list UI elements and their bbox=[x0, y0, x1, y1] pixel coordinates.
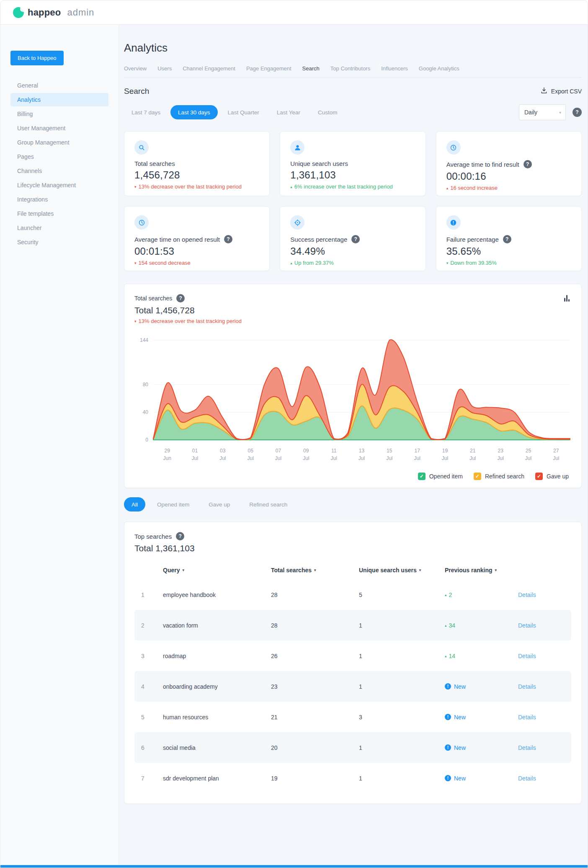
series-pill-gave-up[interactable]: Gave up bbox=[201, 497, 237, 512]
series-pill-refined-search[interactable]: Refined search bbox=[242, 497, 295, 512]
target-icon bbox=[290, 215, 304, 230]
help-icon[interactable]: ? bbox=[524, 160, 532, 168]
details-link[interactable]: Details bbox=[518, 775, 565, 782]
triangle-up-icon: ▴ bbox=[445, 593, 447, 597]
svg-text:Jul: Jul bbox=[192, 455, 198, 461]
tab-users[interactable]: Users bbox=[157, 65, 172, 72]
details-link[interactable]: Details bbox=[518, 744, 565, 751]
sidebar-item-file-templates[interactable]: File templates bbox=[10, 207, 108, 220]
tab-top-contributors[interactable]: Top Contributors bbox=[330, 65, 370, 72]
help-icon[interactable]: ? bbox=[503, 235, 511, 243]
tab-page-engagement[interactable]: Page Engagement bbox=[246, 65, 291, 72]
svg-text:Jul: Jul bbox=[442, 455, 448, 461]
previous-ranking-new: !New bbox=[445, 775, 518, 782]
tab-search[interactable]: Search bbox=[302, 65, 320, 72]
stat-delta: ▴6% increase over the last tracking peri… bbox=[290, 183, 415, 190]
table-row: 2vacation form281▴34Details bbox=[134, 610, 571, 641]
details-link[interactable]: Details bbox=[518, 683, 565, 690]
sidebar-item-lifecycle-management[interactable]: Lifecycle Management bbox=[10, 178, 108, 192]
tab-google-analytics[interactable]: Google Analytics bbox=[419, 65, 459, 72]
sidebar-item-analytics[interactable]: Analytics bbox=[10, 93, 108, 106]
sidebar-item-general[interactable]: General bbox=[10, 79, 108, 92]
legend-gave-up[interactable]: ✓Gave up bbox=[535, 473, 569, 480]
legend-opened-item[interactable]: ✓Opened item bbox=[418, 473, 463, 480]
time-range-last-quarter[interactable]: Last Quarter bbox=[220, 105, 267, 119]
column-label: Previous ranking bbox=[445, 567, 493, 574]
sidebar-item-pages[interactable]: Pages bbox=[10, 150, 108, 163]
table-header-row: Query▾Total searches▾Unique search users… bbox=[134, 561, 571, 579]
help-icon[interactable]: ? bbox=[224, 235, 232, 243]
time-range-last-30-days[interactable]: Last 30 days bbox=[170, 105, 218, 119]
svg-text:09: 09 bbox=[303, 448, 309, 454]
previous-ranking-up: ▴34 bbox=[445, 622, 518, 629]
sidebar-item-group-management[interactable]: Group Management bbox=[10, 136, 108, 149]
stat-delta: ▴16 second increase bbox=[446, 185, 571, 191]
row-unique-users: 3 bbox=[359, 714, 445, 721]
sidebar-item-security[interactable]: Security bbox=[10, 235, 108, 249]
help-icon[interactable]: ? bbox=[351, 235, 360, 243]
svg-text:17: 17 bbox=[415, 448, 420, 454]
column-label: Unique search users bbox=[359, 567, 417, 574]
svg-text:Jul: Jul bbox=[414, 455, 420, 461]
details-link[interactable]: Details bbox=[518, 592, 565, 598]
logo-text-light: admin bbox=[67, 7, 94, 18]
tab-overview[interactable]: Overview bbox=[124, 65, 147, 72]
row-query: sdr development plan bbox=[163, 775, 271, 782]
time-range-custom[interactable]: Custom bbox=[310, 105, 345, 119]
series-pill-all[interactable]: All bbox=[124, 497, 145, 512]
previous-ranking-up: ▴14 bbox=[445, 653, 518, 659]
row-rank: 1 bbox=[141, 592, 163, 598]
tab-channel-engagement[interactable]: Channel Engagement bbox=[183, 65, 235, 72]
previous-ranking-value: New bbox=[454, 744, 466, 751]
details-link[interactable]: Details bbox=[518, 714, 565, 721]
stat-card-total-searches: Total searches1,456,728▾13% decrease ove… bbox=[124, 131, 270, 196]
column-label: Query bbox=[163, 567, 180, 574]
back-to-happeo-button[interactable]: Back to Happeo bbox=[10, 51, 64, 65]
app-window: happeo admin Back to Happeo GeneralAnaly… bbox=[0, 0, 588, 868]
stat-delta: ▾154 second decrease bbox=[134, 260, 259, 266]
svg-text:25: 25 bbox=[526, 448, 531, 454]
chart-type-icon[interactable] bbox=[564, 295, 570, 302]
legend-refined-search[interactable]: ✓Refined search bbox=[474, 473, 524, 480]
previous-ranking-value: New bbox=[454, 714, 466, 721]
svg-text:Jul: Jul bbox=[248, 455, 254, 461]
user-icon bbox=[290, 140, 304, 155]
table-help-icon[interactable]: ? bbox=[176, 532, 184, 540]
sidebar-item-launcher[interactable]: Launcher bbox=[10, 221, 108, 235]
tab-influencers[interactable]: Influencers bbox=[381, 65, 408, 72]
time-range-last-year[interactable]: Last Year bbox=[269, 105, 308, 119]
sidebar-item-user-management[interactable]: User Management bbox=[10, 121, 108, 135]
row-unique-users: 1 bbox=[359, 775, 445, 782]
sidebar-item-channels[interactable]: Channels bbox=[10, 164, 108, 178]
row-total-searches: 28 bbox=[271, 592, 359, 598]
svg-text:03: 03 bbox=[220, 448, 226, 454]
column-header-query[interactable]: Query▾ bbox=[163, 567, 271, 574]
stat-delta: ▴Up from 29.37% bbox=[290, 260, 415, 266]
top-header: happeo admin bbox=[0, 0, 588, 25]
stat-label: Average time to find result bbox=[446, 161, 519, 168]
sidebar-item-integrations[interactable]: Integrations bbox=[10, 193, 108, 206]
row-total-searches: 20 bbox=[271, 744, 359, 751]
download-icon bbox=[540, 87, 548, 96]
export-csv-button[interactable]: Export CSV bbox=[540, 87, 582, 96]
table-row: 5human resources213!NewDetails bbox=[134, 702, 571, 732]
series-pill-opened-item[interactable]: Opened item bbox=[150, 497, 197, 512]
info-icon: ! bbox=[445, 714, 451, 720]
stat-value: 1,361,103 bbox=[290, 169, 415, 181]
details-link[interactable]: Details bbox=[518, 622, 565, 629]
granularity-select[interactable]: Daily ▾ bbox=[519, 104, 566, 120]
details-link[interactable]: Details bbox=[518, 653, 565, 659]
column-header-total-searches[interactable]: Total searches▾ bbox=[271, 567, 359, 574]
column-header-previous-ranking[interactable]: Previous ranking▾ bbox=[445, 567, 518, 574]
info-icon: ! bbox=[445, 683, 451, 690]
column-header-unique-search-users[interactable]: Unique search users▾ bbox=[359, 567, 445, 574]
sidebar-item-billing[interactable]: Billing bbox=[10, 107, 108, 121]
triangle-down-icon: ▾ bbox=[446, 261, 449, 265]
granularity-help-icon[interactable]: ? bbox=[573, 108, 582, 117]
time-range-last-7-days[interactable]: Last 7 days bbox=[124, 105, 168, 119]
triangle-up-icon: ▴ bbox=[445, 623, 447, 628]
chart-help-icon[interactable]: ? bbox=[176, 294, 185, 302]
info-icon: ! bbox=[445, 775, 451, 781]
stat-label: Average time on opened result bbox=[134, 236, 220, 243]
main-content: Analytics OverviewUsersChannel Engagemen… bbox=[119, 25, 588, 865]
